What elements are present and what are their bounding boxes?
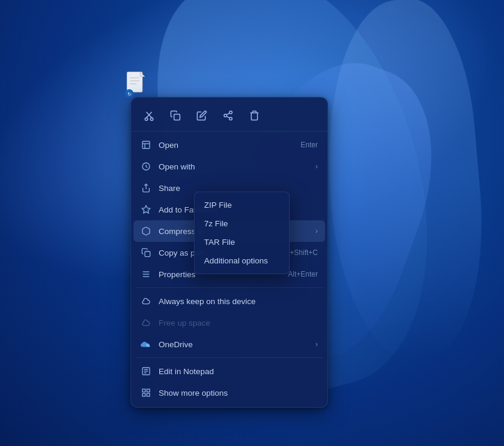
open-shortcut: Enter xyxy=(300,141,318,149)
copy-button[interactable] xyxy=(165,105,186,126)
onedrive-label: OneDrive xyxy=(159,340,308,349)
svg-rect-34 xyxy=(147,389,150,392)
delete-button[interactable] xyxy=(244,105,265,126)
svg-rect-13 xyxy=(174,114,180,120)
svg-text:↻: ↻ xyxy=(127,92,132,97)
divider-1 xyxy=(136,287,323,288)
open-with-label: Open with xyxy=(159,162,308,171)
svg-rect-33 xyxy=(142,389,145,392)
menu-item-show-more[interactable]: Show more options xyxy=(131,382,327,403)
svg-line-18 xyxy=(226,113,229,115)
free-up-icon xyxy=(141,317,151,328)
notepad-icon xyxy=(141,366,151,377)
properties-icon xyxy=(141,269,151,280)
compress-submenu: ZIP File 7z File TAR File Additional opt… xyxy=(194,192,290,274)
cut-button[interactable] xyxy=(138,105,160,126)
open-icon xyxy=(141,139,151,150)
onedrive-arrow: › xyxy=(315,340,318,348)
svg-point-15 xyxy=(224,114,227,117)
open-label: Open xyxy=(159,141,293,150)
share-toolbar-button[interactable] xyxy=(217,105,239,126)
edit-notepad-label: Edit in Notepad xyxy=(159,367,318,376)
file-icon-svg: ↻ xyxy=(125,71,148,99)
open-with-icon xyxy=(141,161,151,172)
menu-item-onedrive[interactable]: OneDrive › xyxy=(131,333,327,355)
compress-arrow: › xyxy=(315,227,318,235)
svg-point-14 xyxy=(229,111,232,114)
context-menu-toolbar xyxy=(131,101,327,132)
svg-rect-36 xyxy=(147,393,150,396)
properties-shortcut: Alt+Enter xyxy=(288,270,318,278)
menu-item-open-with[interactable]: Open with › xyxy=(131,156,327,177)
svg-point-9 xyxy=(145,118,148,121)
svg-line-17 xyxy=(226,116,229,118)
menu-item-edit-notepad[interactable]: Edit in Notepad xyxy=(131,360,327,382)
menu-item-always-keep[interactable]: Always keep on this device xyxy=(131,290,327,312)
free-up-label: Free up space xyxy=(159,318,318,327)
share-icon xyxy=(141,183,151,193)
show-more-label: Show more options xyxy=(159,389,318,398)
svg-point-10 xyxy=(150,118,153,121)
svg-rect-19 xyxy=(142,141,150,148)
menu-item-free-up-space[interactable]: Free up space xyxy=(131,312,327,333)
file-icon[interactable]: ↻ xyxy=(125,71,148,99)
divider-2 xyxy=(136,357,323,358)
svg-marker-24 xyxy=(142,205,150,213)
submenu-item-zip[interactable]: ZIP File xyxy=(195,196,289,214)
svg-point-16 xyxy=(229,117,232,120)
rename-button[interactable] xyxy=(191,105,212,126)
submenu-item-additional[interactable]: Additional options xyxy=(195,251,289,270)
compress-icon xyxy=(141,226,151,236)
copy-path-icon xyxy=(141,247,151,258)
onedrive-icon xyxy=(141,339,151,350)
favorites-icon xyxy=(141,204,151,215)
submenu-item-7z[interactable]: 7z File xyxy=(195,214,289,233)
menu-item-open[interactable]: Open Enter xyxy=(131,134,327,156)
svg-rect-35 xyxy=(142,393,145,396)
open-with-arrow: › xyxy=(315,162,318,171)
show-more-icon xyxy=(141,387,151,398)
submenu-item-tar[interactable]: TAR File xyxy=(195,233,289,251)
always-keep-label: Always keep on this device xyxy=(159,297,318,306)
svg-rect-25 xyxy=(145,251,150,257)
always-keep-icon xyxy=(141,296,151,307)
